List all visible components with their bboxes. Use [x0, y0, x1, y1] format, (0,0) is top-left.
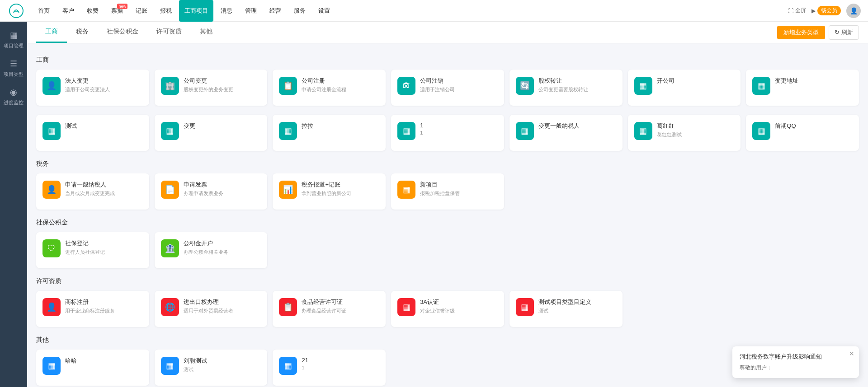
- nav-item-服务[interactable]: 服务: [288, 0, 311, 22]
- card-1-3[interactable]: ▦11: [391, 115, 504, 151]
- fullscreen-button[interactable]: ⛶ 全屏: [788, 7, 806, 14]
- nav-item-工商项目[interactable]: 工商项目: [179, 0, 213, 22]
- card-0-0[interactable]: 👤法人变更适用于公司变更法人: [36, 70, 149, 106]
- sidebar-item-2[interactable]: ◉进度监控: [0, 82, 27, 111]
- card-1-6[interactable]: ▦前期QQ: [746, 115, 859, 151]
- card-info-1-4: 变更一般纳税人: [538, 122, 616, 130]
- card-5-2[interactable]: ▦211: [273, 350, 386, 386]
- notification-popup: ✕ 河北税务数字账户升级影响通知 尊敬的用户：: [732, 346, 859, 378]
- tab-actions: 新增业务类型 ↻ 刷新: [777, 25, 859, 40]
- card-info-1-1: 变更: [184, 122, 261, 130]
- card-info-1-3: 11: [420, 122, 498, 135]
- card-icon-0-5: ▦: [634, 77, 652, 95]
- logo[interactable]: [7, 2, 25, 20]
- nav-item-经营[interactable]: 经营: [264, 0, 287, 22]
- card-4-0[interactable]: 👤商标注册用于企业商标注册服务: [36, 291, 149, 327]
- card-3-0[interactable]: 🛡社保登记进行人员社保登记: [36, 232, 149, 268]
- top-nav: 首页客户收费票据new记账报税工商项目消息管理经营服务设置 ⛶ 全屏 ▶ 畅会员…: [0, 0, 868, 22]
- sidebar: ▦项目管理☰项目类型◉进度监控: [0, 22, 27, 387]
- card-1-4[interactable]: ▦变更一般纳税人: [509, 115, 623, 151]
- card-icon-3-1: 🏦: [161, 239, 179, 257]
- card-info-0-2: 公司注册申请公司注册全流程: [302, 77, 379, 93]
- nav-item-票据[interactable]: 票据new: [106, 0, 128, 22]
- refresh-button[interactable]: ↻ 刷新: [829, 25, 859, 40]
- nav-item-消息[interactable]: 消息: [215, 0, 238, 22]
- card-desc-0-1: 股权变更外的业务变更: [184, 86, 261, 93]
- card-0-5[interactable]: ▦开公司: [628, 70, 741, 106]
- card-info-2-3: 新项目报税加税控盘保管: [420, 181, 498, 197]
- card-4-4[interactable]: ▦测试项目类型目定义测试: [509, 291, 623, 327]
- card-4-1[interactable]: 🌐进出口权办理适用于对外贸易经营者: [155, 291, 268, 327]
- sidebar-item-0[interactable]: ▦项目管理: [0, 25, 27, 54]
- card-name-4-4: 测试项目类型目定义: [538, 298, 616, 306]
- card-1-1[interactable]: ▦变更: [155, 115, 268, 151]
- nav-item-记账[interactable]: 记账: [130, 0, 153, 22]
- card-5-0[interactable]: ▦哈哈: [36, 350, 149, 386]
- section-title-4: 许可资质: [36, 277, 859, 285]
- card-name-1-1: 变更: [184, 122, 261, 130]
- member-badge: 畅会员: [817, 6, 841, 15]
- card-desc-3-1: 办理公积金相关业务: [184, 249, 261, 256]
- section-title-5: 其他: [36, 336, 859, 344]
- avatar-text: 👤: [850, 7, 858, 14]
- card-icon-5-0: ▦: [42, 357, 61, 375]
- nav-item-管理[interactable]: 管理: [240, 0, 262, 22]
- card-info-1-0: 测试: [65, 122, 143, 130]
- card-0-3[interactable]: 🏚公司注销适用于注销公司: [391, 70, 504, 106]
- sub-tab-税务[interactable]: 税务: [67, 22, 98, 43]
- card-4-2[interactable]: 📋食品经营许可证办理食品经营许可证: [273, 291, 386, 327]
- sub-tab-其他[interactable]: 其他: [191, 22, 222, 43]
- card-1-0[interactable]: ▦测试: [36, 115, 149, 151]
- card-name-5-1: 刘聪测试: [184, 357, 261, 365]
- sidebar-item-1[interactable]: ☰项目类型: [0, 54, 27, 82]
- card-icon-5-1: ▦: [161, 357, 179, 375]
- card-icon-2-1: 📄: [161, 181, 179, 199]
- card-2-2[interactable]: 📊税务报道+记账拿到营业执照的新公司: [273, 173, 386, 210]
- card-0-1[interactable]: 🏢公司变更股权变更外的业务变更: [155, 70, 268, 106]
- member-button[interactable]: ▶ 畅会员: [811, 6, 841, 15]
- card-icon-4-0: 👤: [42, 298, 61, 316]
- fullscreen-label: 全屏: [795, 7, 806, 14]
- card-name-0-3: 公司注销: [420, 77, 498, 85]
- card-1-2[interactable]: ▦拉拉: [273, 115, 386, 151]
- card-0-6[interactable]: ▦变更地址: [746, 70, 859, 106]
- card-desc-0-3: 适用于注销公司: [420, 86, 498, 93]
- card-info-0-6: 变更地址: [775, 77, 853, 85]
- sub-tab-社保公积金[interactable]: 社保公积金: [98, 22, 147, 43]
- card-icon-1-3: ▦: [397, 122, 415, 140]
- card-name-2-2: 税务报道+记账: [302, 181, 379, 189]
- nav-right: ⛶ 全屏 ▶ 畅会员 👤: [788, 4, 861, 18]
- card-4-3[interactable]: ▦3A认证对企业信誉评级: [391, 291, 504, 327]
- card-icon-0-4: 🔄: [516, 77, 534, 95]
- card-5-1[interactable]: ▦刘聪测试测试: [155, 350, 268, 386]
- card-info-1-5: 葛红红葛红红测试: [657, 122, 735, 138]
- nav-item-设置[interactable]: 设置: [313, 0, 335, 22]
- section-title-2: 税务: [36, 160, 859, 168]
- card-2-0[interactable]: 👤申请一般纳税人当月或次月成变更完成: [36, 173, 149, 210]
- add-type-button[interactable]: 新增业务类型: [777, 26, 825, 39]
- sub-tab-工商[interactable]: 工商: [36, 22, 67, 43]
- nav-item-收费[interactable]: 收费: [81, 0, 104, 22]
- sub-tab-许可资质[interactable]: 许可资质: [147, 22, 191, 43]
- card-desc-2-2: 拿到营业执照的新公司: [302, 190, 379, 197]
- card-info-0-4: 股权转让公司变更需要股权转让: [538, 77, 616, 93]
- layout: ▦项目管理☰项目类型◉进度监控 工商税务社保公积金许可资质其他 新增业务类型 ↻…: [0, 22, 868, 387]
- card-1-5[interactable]: ▦葛红红葛红红测试: [628, 115, 741, 151]
- nav-item-报税[interactable]: 报税: [155, 0, 177, 22]
- card-0-4[interactable]: 🔄股权转让公司变更需要股权转让: [509, 70, 623, 106]
- notification-close-button[interactable]: ✕: [849, 350, 854, 357]
- card-2-3[interactable]: ▦新项目报税加税控盘保管: [391, 173, 504, 210]
- card-info-4-2: 食品经营许可证办理食品经营许可证: [302, 298, 379, 314]
- card-3-1[interactable]: 🏦公积金开户办理公积金相关业务: [155, 232, 268, 268]
- card-desc-2-0: 当月或次月成变更完成: [65, 190, 143, 197]
- card-name-0-2: 公司注册: [302, 77, 379, 85]
- card-name-4-1: 进出口权办理: [184, 298, 261, 306]
- avatar[interactable]: 👤: [846, 4, 861, 18]
- card-icon-4-4: ▦: [516, 298, 534, 316]
- card-0-2[interactable]: 📋公司注册申请公司注册全流程: [273, 70, 386, 106]
- nav-item-首页[interactable]: 首页: [33, 0, 55, 22]
- card-name-1-3: 1: [420, 122, 498, 129]
- nav-item-客户[interactable]: 客户: [57, 0, 80, 22]
- card-2-1[interactable]: 📄申请发票办理申请发票业务: [155, 173, 268, 210]
- cards-grid-0: 👤法人变更适用于公司变更法人🏢公司变更股权变更外的业务变更📋公司注册申请公司注册…: [36, 70, 859, 106]
